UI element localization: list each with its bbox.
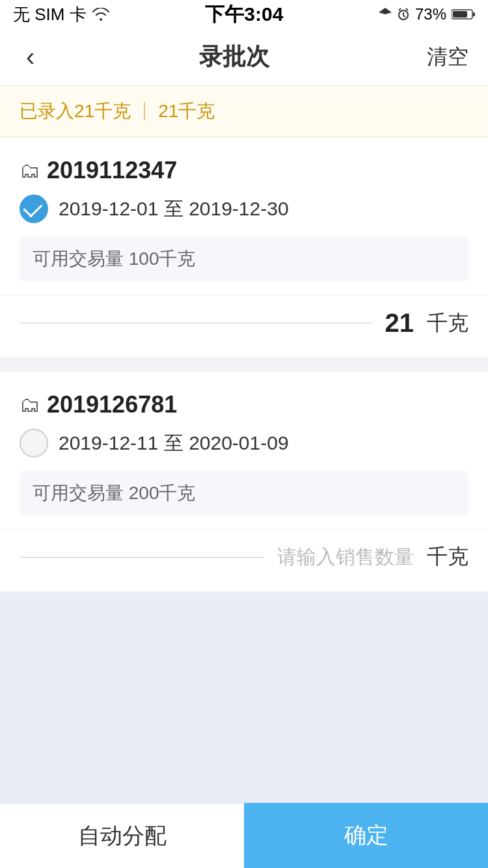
- battery-icon: [452, 8, 475, 20]
- batch-header-1: 🗂 2019112347: [20, 157, 468, 184]
- batch-card-2: 🗂 2019126781 2019-12-11 至 2020-01-09 可用交…: [0, 372, 488, 591]
- status-left: 无 SIM 卡: [13, 3, 110, 26]
- radio-button-2[interactable]: [20, 429, 48, 457]
- bottom-bar: 自动分配 确定: [0, 803, 488, 868]
- svg-line-2: [403, 16, 405, 17]
- batch-id-1: 2019112347: [47, 157, 177, 184]
- back-button[interactable]: ‹: [20, 36, 41, 78]
- svg-rect-6: [473, 12, 475, 16]
- batch-header-2: 🗂 2019126781: [20, 391, 468, 418]
- batch-row-1[interactable]: 2019-12-01 至 2019-12-30: [20, 195, 468, 223]
- batch-id-icon-1: 🗂: [20, 159, 40, 183]
- banner-divider: [144, 102, 145, 120]
- qty-placeholder-2[interactable]: 请输入销售数量: [277, 544, 414, 571]
- qty-unit-2: 千克: [427, 543, 468, 571]
- page-title: 录批次: [199, 41, 269, 73]
- clear-button[interactable]: 清空: [427, 43, 468, 72]
- qty-value-1[interactable]: 21: [385, 308, 414, 338]
- recorded-amount-label: 已录入21千克: [20, 99, 131, 124]
- card-divider: [0, 359, 488, 372]
- confirm-button[interactable]: 确定: [244, 803, 488, 868]
- battery-percent: 73%: [415, 5, 446, 23]
- qty-underline-1: [20, 323, 372, 323]
- radio-button-1[interactable]: [20, 195, 48, 223]
- no-sim-text: 无 SIM 卡: [13, 3, 87, 26]
- qty-row-2: 请输入销售数量 千克: [0, 529, 488, 591]
- svg-rect-7: [453, 11, 467, 18]
- svg-line-3: [399, 8, 401, 10]
- date-range-2: 2019-12-11 至 2020-01-09: [59, 430, 289, 457]
- nav-bar: ‹ 录批次 清空: [0, 29, 488, 86]
- qty-underline-2: [20, 557, 264, 558]
- date-range-1: 2019-12-01 至 2019-12-30: [59, 196, 289, 223]
- qty-row-1: 21 千克: [0, 295, 488, 357]
- batch-row-2[interactable]: 2019-12-11 至 2020-01-09: [20, 429, 468, 457]
- auto-distribute-button[interactable]: 自动分配: [0, 803, 244, 868]
- available-qty-1: 可用交易量 100千克: [20, 236, 468, 282]
- available-qty-2: 可用交易量 200千克: [20, 470, 468, 516]
- info-banner: 已录入21千克 21千克: [0, 86, 488, 137]
- wifi-icon: [92, 8, 110, 21]
- batch-id-icon-2: 🗂: [20, 393, 40, 417]
- batch-id-2: 2019126781: [47, 391, 177, 418]
- alarm-icon: [397, 8, 410, 21]
- status-time: 下午3:04: [205, 1, 283, 28]
- recorded-amount-value: 21千克: [158, 99, 215, 124]
- svg-line-4: [406, 8, 408, 10]
- batch-card-1: 🗂 2019112347 2019-12-01 至 2019-12-30 可用交…: [0, 137, 488, 357]
- location-icon: [379, 8, 392, 21]
- status-right: 73%: [379, 5, 475, 23]
- qty-unit-1: 千克: [427, 309, 468, 338]
- status-bar: 无 SIM 卡 下午3:04 73%: [0, 0, 488, 29]
